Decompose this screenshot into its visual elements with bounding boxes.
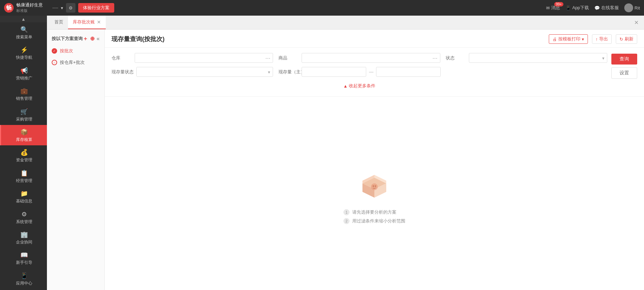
refresh-button[interactable]: ↻ 刷新 <box>616 34 637 44</box>
stock-qty-from-input[interactable] <box>302 67 366 77</box>
stock-status-label: 现存量状态 <box>112 69 134 75</box>
settings-button[interactable]: 设置 <box>611 67 637 79</box>
filter-item-warehouse-batch[interactable]: ○ 按仓库+批次 <box>47 57 104 68</box>
tip-num-1: 1 <box>343 209 350 215</box>
filter-collapse-button[interactable]: « <box>97 36 100 41</box>
enterprise-icon: 🏢 <box>20 231 28 238</box>
content-area: 首页 库存批次账 ✕ ✕ 按以下方案查询 ＋ ⊕ « <box>47 16 644 290</box>
sidebar-item-newuser[interactable]: 📖 新手引导 <box>0 248 47 268</box>
filter-settings-button[interactable]: ⊕ <box>90 36 95 41</box>
newuser-icon: 📖 <box>20 251 28 259</box>
dropdown-icon[interactable]: ▾ <box>61 5 63 11</box>
empty-tip-2: 2 用过滤条件来缩小分析范围 <box>343 218 405 224</box>
status-select[interactable] <box>469 53 607 63</box>
search-icon: 🔍 <box>20 26 28 33</box>
sidebar-item-marketing[interactable]: 📢 营销推广 <box>0 64 47 84</box>
sidebar-item-system[interactable]: ⚙ 系统管理 <box>0 207 47 228</box>
message-badge: 99+ <box>554 2 563 6</box>
empty-tip-1: 1 请先选择要分析的方案 <box>343 209 405 215</box>
warehouse-label: 仓库 <box>112 55 132 61</box>
online-support-button[interactable]: 💬 在线客服 <box>594 5 619 11</box>
status-field: 状态 ▾ <box>446 53 607 63</box>
breadcrumb: ── <box>52 5 58 10</box>
app-download-button[interactable]: 📱 App下载 <box>565 5 589 11</box>
sidebar-item-sales[interactable]: 💼 销售管理 <box>0 84 47 104</box>
tab-inventory-batch[interactable]: 库存批次账 ✕ <box>68 16 106 29</box>
basic-icon: 📁 <box>20 190 28 197</box>
top-header: 畅 畅康通好生意 标准版 ── ▾ ⚙ 体验行业方案 ✉ 消息 99+ 📱 Ap… <box>0 0 644 16</box>
filter-row-2: 现存量状态 ▾ 现存量（主） <box>112 67 607 77</box>
collapse-icon: ▲ <box>343 84 348 89</box>
experience-button[interactable]: 体验行业方案 <box>78 3 114 13</box>
tabs-bar: 首页 库存批次账 ✕ ✕ <box>47 16 644 30</box>
stock-qty-to-input[interactable] <box>376 67 441 77</box>
filter-panel-actions: ＋ ⊕ « <box>83 36 100 41</box>
goods-dots-icon[interactable]: ··· <box>433 55 438 61</box>
stock-status-field: 现存量状态 ▾ <box>112 67 273 77</box>
avatar <box>624 3 633 12</box>
filter-form: 仓库 ··· 商品 <box>105 48 644 97</box>
stock-qty-field: 现存量（主） — <box>278 67 440 77</box>
empty-illustration <box>356 165 393 202</box>
header-settings-button[interactable]: ⚙ <box>66 3 75 13</box>
shortcut-icon: ⚡ <box>20 46 28 54</box>
main-panel: 现存量查询(按批次) 🖨 按模板打印 ▾ ↑ 导出 ↻ <box>105 30 644 290</box>
filter-item-batch[interactable]: ✓ 按批次 <box>47 45 104 57</box>
collapse-bar[interactable]: ▲ 收起更多条件 <box>112 81 607 91</box>
filter-add-button[interactable]: ＋ <box>83 36 88 41</box>
empty-state: 1 请先选择要分析的方案 2 用过滤条件来缩小分析范围 <box>105 97 644 290</box>
print-icon: 🖨 <box>553 37 557 42</box>
page-header-actions: 🖨 按模板打印 ▾ ↑ 导出 ↻ 刷新 <box>549 34 638 44</box>
finance-icon: 💰 <box>20 149 28 156</box>
sidebar: ▲ 🔍 搜索菜单 ⚡ 快捷导航 📢 营销推广 💼 销售管理 🛒 采购管理 📦 库… <box>0 16 47 290</box>
stock-status-select-wrap: ▾ <box>136 67 273 77</box>
tab-close-button[interactable]: ✕ <box>631 19 641 26</box>
empty-tips: 1 请先选择要分析的方案 2 用过滤条件来缩小分析范围 <box>343 209 405 224</box>
status-label: 状态 <box>446 55 466 61</box>
sidebar-item-finance[interactable]: 💰 资金管理 <box>0 145 47 166</box>
warehouse-input-wrap: ··· <box>135 53 273 63</box>
sidebar-item-purchase[interactable]: 🛒 采购管理 <box>0 105 47 125</box>
tab-home[interactable]: 首页 <box>50 16 68 29</box>
goods-field: 商品 ··· <box>278 53 440 63</box>
range-dash: — <box>369 69 373 74</box>
refresh-icon: ↻ <box>620 37 623 42</box>
filter-form-inner: 仓库 ··· 商品 <box>112 53 637 91</box>
user-avatar-button[interactable]: Rit <box>624 3 640 12</box>
filter-item-icon-batch: ✓ <box>52 48 57 54</box>
sidebar-item-inventory[interactable]: 📦 库存核算 <box>0 125 47 145</box>
template-print-button[interactable]: 🖨 按模板打印 ▾ <box>549 34 588 44</box>
warehouse-input[interactable] <box>135 53 273 63</box>
filter-row-1: 仓库 ··· 商品 <box>112 53 607 63</box>
filter-panel-header: 按以下方案查询 ＋ ⊕ « <box>47 34 104 45</box>
messages-button[interactable]: ✉ 消息 99+ <box>546 5 560 11</box>
sidebar-scroll-up[interactable]: ▲ <box>0 16 47 22</box>
filter-fields: 仓库 ··· 商品 <box>112 53 607 91</box>
sidebar-item-enterprise[interactable]: 🏢 企业协同 <box>0 228 47 248</box>
stock-status-select[interactable] <box>136 67 273 77</box>
goods-input[interactable] <box>302 53 440 63</box>
header-left: 畅 畅康通好生意 标准版 ── ▾ ⚙ 体验行业方案 <box>4 2 114 13</box>
export-icon: ↑ <box>596 37 598 42</box>
sidebar-item-appcenter[interactable]: 📱 应用中心 <box>0 269 47 289</box>
export-button[interactable]: ↑ 导出 <box>592 34 612 44</box>
warehouse-dots-icon[interactable]: ··· <box>265 55 270 61</box>
svg-point-7 <box>375 185 376 187</box>
goods-input-wrap: ··· <box>302 53 440 63</box>
filter-item-icon-warehouse-batch: ○ <box>52 60 57 65</box>
sidebar-item-operations[interactable]: 📋 经营管理 <box>0 166 47 186</box>
purchase-icon: 🛒 <box>20 108 28 115</box>
sidebar-item-shortcut[interactable]: ⚡ 快捷导航 <box>0 43 47 63</box>
header-right: ✉ 消息 99+ 📱 App下载 💬 在线客服 Rit <box>546 3 640 12</box>
query-button[interactable]: 查询 <box>611 54 637 65</box>
operations-icon: 📋 <box>20 169 28 177</box>
warehouse-field: 仓库 ··· <box>112 53 273 63</box>
appcenter-icon: 📱 <box>20 272 28 279</box>
svg-point-6 <box>373 185 374 187</box>
app-logo: 畅 <box>4 3 14 13</box>
sidebar-item-search[interactable]: 🔍 搜索菜单 <box>0 22 47 43</box>
filter-buttons-col: 查询 设置 <box>611 53 637 79</box>
sidebar-item-basic[interactable]: 📁 基础信息 <box>0 186 47 207</box>
tab-close-icon[interactable]: ✕ <box>97 19 101 25</box>
goods-label: 商品 <box>278 55 299 61</box>
